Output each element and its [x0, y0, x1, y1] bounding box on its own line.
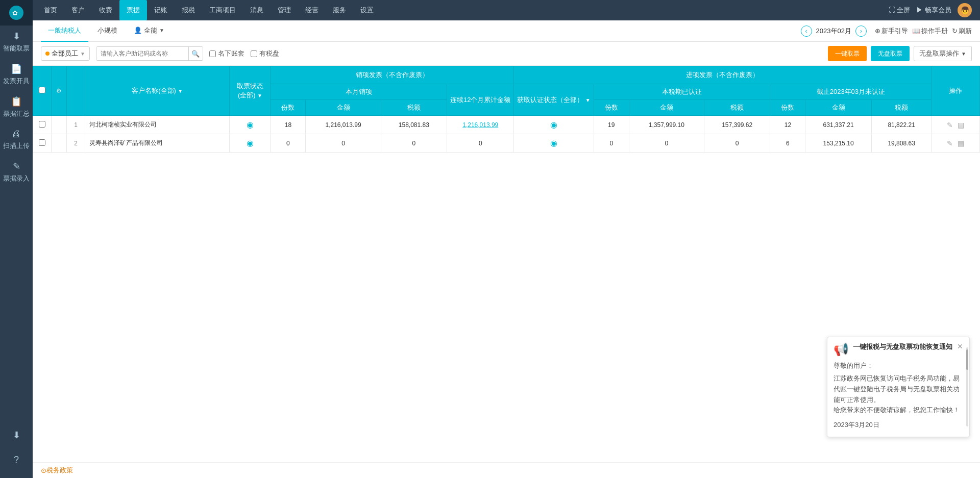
- member-btn[interactable]: ▶ 畅享会员: [916, 6, 951, 15]
- row-pur-amount: 1,357,999.10: [629, 116, 704, 134]
- account-checkbox-label[interactable]: 名下账套: [209, 49, 244, 58]
- sidebar: ✿ ⬇ 智能取票 📄 发票开具 📋 票据汇总 🖨 扫描上传 ✎ 票据录入 ⬇ ?: [0, 0, 33, 478]
- edit-icon[interactable]: ✎: [947, 121, 953, 129]
- nav-collection[interactable]: 收费: [92, 0, 119, 20]
- row-pur-uncert-shares: 12: [770, 116, 805, 134]
- nav-message[interactable]: 消息: [243, 0, 271, 20]
- nav-customer[interactable]: 客户: [64, 0, 92, 20]
- search-btn[interactable]: 🔍: [188, 46, 203, 61]
- account-checkbox[interactable]: [209, 51, 216, 57]
- nav-operations[interactable]: 经营: [298, 0, 326, 20]
- notification-title: 一键报税与无盘取票功能恢复通知: [853, 342, 952, 351]
- row-sales-12m[interactable]: 1,216,013.99: [447, 116, 514, 134]
- tab-small[interactable]: 小规模: [90, 20, 125, 42]
- nav-tax[interactable]: 报税: [175, 0, 202, 20]
- row-customer: 灵寿县尚泽矿产品有限公司: [85, 134, 230, 153]
- sidebar-item-data-entry[interactable]: ✎ 票据录入: [0, 156, 33, 188]
- detail-icon[interactable]: ▤: [958, 139, 964, 147]
- nav-home[interactable]: 首页: [37, 0, 64, 20]
- tax-policy-icon: ⊙: [41, 467, 46, 474]
- row-pur-amount: 0: [629, 134, 704, 153]
- notification-popup: 📢 一键报税与无盘取票功能恢复通知 ✕ 尊敬的用户： 江苏政务网已恢复访问电子税…: [827, 337, 970, 437]
- select-all-checkbox[interactable]: [39, 87, 45, 93]
- nav-business[interactable]: 工商项目: [202, 0, 243, 20]
- row-sales-shares: 18: [271, 116, 306, 134]
- new-guide-icon: ⊕: [875, 27, 880, 35]
- row-actions: ✎ ▤: [932, 116, 980, 134]
- row-sales-tax: 0: [381, 134, 447, 153]
- tab-bar: 一般纳税人 小规模 👤 全能 ▼ ‹ 2023年02月 › ⊕ 新手引导: [33, 20, 980, 42]
- avatar[interactable]: 👦: [958, 3, 972, 17]
- notification-greeting: 尊敬的用户：: [834, 361, 963, 371]
- tab-bar-right: ‹ 2023年02月 › ⊕ 新手引导 📖 操作手册 ↻ 刷新: [801, 26, 972, 37]
- notification-icon: 📢: [834, 342, 849, 357]
- tab-all-icon: 👤: [134, 27, 142, 34]
- refresh-icon: ↻: [952, 27, 958, 35]
- th-actions: 操作: [932, 66, 980, 116]
- th-purchase-current: 本税期已认证: [594, 84, 770, 100]
- row-sales-tax: 158,081.83: [381, 116, 447, 134]
- th-number: [67, 66, 85, 116]
- sidebar-item-invoice-summary[interactable]: 📋 票据汇总: [0, 91, 33, 123]
- row-check[interactable]: [33, 116, 52, 134]
- tab-general[interactable]: 一般纳税人: [41, 20, 88, 42]
- row-pur-uncert-amount: 631,337.21: [805, 116, 871, 134]
- tab-all[interactable]: 👤 全能 ▼: [127, 20, 172, 42]
- row-pur-uncert-amount: 153,215.10: [805, 134, 871, 153]
- date-prev-btn[interactable]: ‹: [801, 26, 812, 37]
- notification-scrollbar[interactable]: [966, 347, 968, 426]
- filter-bar: 全部员工 ▼ 🔍 名下账套 有税盘 一键取票 无盘取票 无盘取票操作 ▼: [33, 42, 980, 66]
- edit-icon[interactable]: ✎: [947, 139, 953, 147]
- employee-select[interactable]: 全部员工 ▼: [41, 46, 90, 61]
- no-disk-ops-dropdown-icon: ▼: [961, 51, 966, 57]
- invoice-summary-icon: 📋: [11, 96, 22, 107]
- data-entry-icon: ✎: [13, 161, 20, 172]
- sidebar-help-btn[interactable]: ?: [6, 449, 27, 470]
- row-pur-uncert-tax: 19,808.63: [871, 134, 932, 153]
- th-pur-tax2: 税额: [871, 100, 932, 116]
- search-input[interactable]: [96, 47, 188, 60]
- one-click-btn[interactable]: 一键取票: [828, 46, 867, 61]
- nav-management[interactable]: 管理: [271, 0, 298, 20]
- tax-policy-link[interactable]: 税务政策: [46, 466, 73, 475]
- employee-dropdown-icon: ▼: [80, 51, 85, 57]
- th-pur-amount2: 金额: [805, 100, 871, 116]
- row-num: 1: [67, 116, 85, 134]
- fullscreen-btn[interactable]: ⛶ 全屏: [889, 6, 911, 15]
- nav-invoice[interactable]: 票据: [119, 0, 147, 20]
- detail-icon[interactable]: ▤: [958, 121, 964, 129]
- bottom-bar: ⊙ 税务政策: [33, 462, 980, 478]
- issue-invoice-icon: 📄: [11, 63, 22, 74]
- filter-bar-right: 一键取票 无盘取票 无盘取票操作 ▼: [828, 46, 972, 61]
- row-cert-status: ◉: [514, 116, 594, 134]
- tax-disk-checkbox[interactable]: [251, 51, 257, 57]
- row-fetch-status: ◉: [230, 134, 271, 153]
- row-check[interactable]: [33, 134, 52, 153]
- row-sales-amount: 1,216,013.99: [306, 116, 381, 134]
- th-pur-amount: 金额: [629, 100, 704, 116]
- th-pur-shares: 份数: [594, 100, 629, 116]
- sidebar-item-smart-fetch[interactable]: ⬇ 智能取票: [0, 26, 33, 58]
- row-fetch-status: ◉: [230, 116, 271, 134]
- new-guide-btn[interactable]: ⊕ 新手引导: [875, 27, 908, 36]
- sidebar-item-scan-upload[interactable]: 🖨 扫描上传: [0, 123, 33, 156]
- nav-service[interactable]: 服务: [326, 0, 353, 20]
- date-next-btn[interactable]: ›: [855, 26, 867, 37]
- nav-bookkeeping[interactable]: 记账: [147, 0, 175, 20]
- tab-all-dropdown-icon: ▼: [159, 28, 164, 33]
- sidebar-item-issue-invoice[interactable]: 📄 发票开具: [0, 58, 33, 91]
- nav-settings[interactable]: 设置: [353, 0, 381, 20]
- no-disk-ops-btn[interactable]: 无盘取票操作 ▼: [914, 46, 972, 61]
- sidebar-download-btn[interactable]: ⬇: [6, 425, 27, 445]
- notification-close-btn[interactable]: ✕: [957, 342, 963, 350]
- refresh-btn[interactable]: ↻ 刷新: [952, 27, 972, 36]
- th-cert-status: 获取认证状态（全部） ▼: [514, 84, 594, 116]
- no-disk-btn[interactable]: 无盘取票: [871, 46, 910, 61]
- row-pur-shares: 0: [594, 134, 629, 153]
- top-nav: 首页 客户 收费 票据 记账 报税 工商项目 消息 管理 经营 服务 设置 ⛶ …: [33, 0, 980, 20]
- manual-btn[interactable]: 📖 操作手册: [912, 27, 948, 36]
- th-current-month: 本月销项: [271, 84, 447, 100]
- tax-disk-checkbox-label[interactable]: 有税盘: [251, 49, 279, 58]
- notification-text: 江苏政务网已恢复访问电子税务局功能，易代账一键登陆电子税务局与无盘取票相关功能可…: [834, 373, 963, 416]
- date-nav: ‹ 2023年02月 ›: [801, 26, 867, 37]
